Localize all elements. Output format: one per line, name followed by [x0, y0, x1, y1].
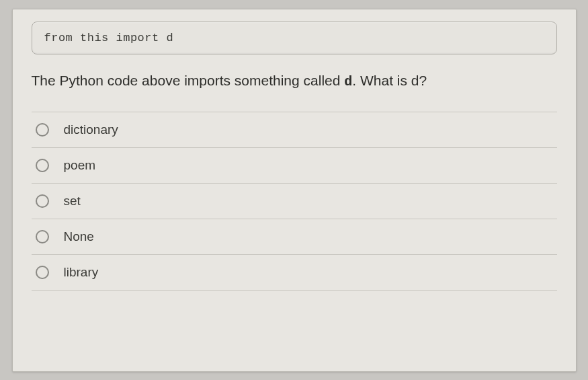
option-library[interactable]: library — [32, 255, 557, 291]
option-dictionary[interactable]: dictionary — [32, 112, 557, 148]
code-block: from this import d — [32, 22, 557, 54]
option-set[interactable]: set — [32, 184, 557, 219]
question-suffix: . What is d? — [352, 73, 427, 88]
option-label: None — [64, 229, 94, 244]
option-label: poem — [64, 158, 96, 173]
radio-icon — [36, 230, 49, 243]
question-prefix: The Python code above imports something … — [32, 73, 345, 88]
code-text: from this import d — [44, 32, 174, 44]
option-label: library — [64, 265, 99, 280]
options-list: dictionary poem set None library — [32, 112, 557, 291]
question-card: from this import d The Python code above… — [12, 9, 577, 372]
option-label: dictionary — [64, 122, 118, 137]
radio-icon — [36, 194, 49, 208]
radio-icon — [36, 159, 49, 172]
radio-icon — [36, 266, 49, 279]
question-text: The Python code above imports something … — [32, 71, 557, 91]
option-label: set — [64, 194, 81, 208]
radio-icon — [36, 123, 49, 137]
option-none[interactable]: None — [32, 219, 557, 255]
question-code-term: d — [344, 74, 352, 89]
option-poem[interactable]: poem — [32, 148, 557, 184]
